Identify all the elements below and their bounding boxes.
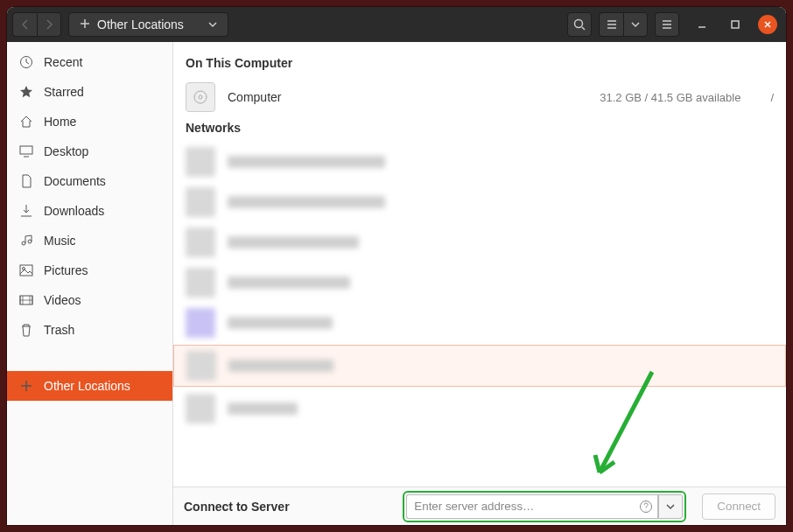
network-row[interactable] xyxy=(173,222,786,262)
sidebar-item-label: Music xyxy=(44,234,76,248)
sidebar-item-desktop[interactable]: Desktop xyxy=(7,136,172,166)
network-row[interactable] xyxy=(173,303,786,343)
network-icon-redacted xyxy=(186,187,215,217)
sidebar-item-pictures[interactable]: Pictures xyxy=(7,256,172,285)
back-button[interactable] xyxy=(12,12,37,37)
network-label-redacted xyxy=(228,236,359,248)
drive-icon xyxy=(186,82,215,112)
network-row[interactable] xyxy=(173,142,786,182)
network-icon-redacted xyxy=(186,394,215,424)
network-icon-redacted xyxy=(186,147,215,177)
view-menu-button[interactable] xyxy=(623,12,648,37)
sidebar-item-videos[interactable]: Videos xyxy=(7,285,172,315)
computer-label: Computer xyxy=(228,90,281,104)
sidebar-item-starred[interactable]: Starred xyxy=(7,77,172,107)
svg-rect-2 xyxy=(732,21,739,28)
connect-label: Connect to Server xyxy=(184,500,290,514)
clock-icon xyxy=(19,55,33,69)
sidebar-item-music[interactable]: Music xyxy=(7,226,172,256)
computer-row[interactable]: Computer 31.2 GB / 41.5 GB available / xyxy=(173,77,786,117)
view-group xyxy=(599,12,648,37)
content: On This Computer Computer 31.2 GB / 41.5… xyxy=(173,42,786,486)
section-networks: Networks xyxy=(173,117,786,142)
search-icon xyxy=(573,18,586,31)
path-label: Other Locations xyxy=(97,18,184,32)
section-on-this-computer: On This Computer xyxy=(173,52,786,77)
chevron-down-icon xyxy=(631,20,640,29)
computer-path: / xyxy=(770,91,774,104)
server-address-highlight xyxy=(403,491,686,522)
connect-button[interactable]: Connect xyxy=(702,494,775,520)
sidebar-item-label: Starred xyxy=(44,85,84,99)
network-row-highlighted[interactable] xyxy=(173,345,786,387)
network-label-redacted xyxy=(228,196,385,208)
forward-button[interactable] xyxy=(37,12,61,37)
list-icon xyxy=(606,18,618,31)
minimize-button[interactable] xyxy=(691,14,712,35)
document-icon xyxy=(19,174,33,188)
close-button[interactable] xyxy=(758,15,777,34)
network-label-redacted xyxy=(228,360,333,372)
maximize-button[interactable] xyxy=(725,14,746,35)
connect-to-server-bar: Connect to Server Connect xyxy=(173,486,786,525)
sidebar-item-recent[interactable]: Recent xyxy=(7,47,172,77)
sidebar-item-label: Documents xyxy=(44,174,106,188)
sidebar-item-other-locations[interactable]: Other Locations xyxy=(7,371,172,401)
hamburger-icon xyxy=(661,18,673,31)
sidebar-item-label: Videos xyxy=(44,293,81,307)
sidebar-item-label: Other Locations xyxy=(44,379,130,393)
network-row[interactable] xyxy=(173,182,786,222)
plus-icon xyxy=(80,18,90,32)
svg-point-0 xyxy=(575,20,583,28)
sidebar: Recent Starred Home Desktop Documents Do… xyxy=(7,42,173,525)
sidebar-item-label: Downloads xyxy=(44,204,104,218)
network-icon-redacted xyxy=(186,228,215,257)
trash-icon xyxy=(19,323,33,337)
sidebar-item-trash[interactable]: Trash xyxy=(7,315,172,345)
network-row[interactable] xyxy=(173,388,786,429)
server-help-button[interactable] xyxy=(634,494,658,519)
sidebar-item-downloads[interactable]: Downloads xyxy=(7,196,172,226)
list-view-button[interactable] xyxy=(599,12,623,37)
sidebar-item-label: Trash xyxy=(44,323,74,337)
search-button[interactable] xyxy=(567,12,592,37)
network-label-redacted xyxy=(228,317,333,329)
download-icon xyxy=(19,204,33,218)
network-row[interactable] xyxy=(173,262,786,303)
svg-rect-4 xyxy=(20,146,32,154)
network-icon-redacted xyxy=(186,308,215,338)
server-address-input[interactable] xyxy=(406,494,634,519)
sidebar-item-label: Recent xyxy=(44,55,82,69)
help-icon xyxy=(639,500,653,514)
network-label-redacted xyxy=(228,402,298,415)
sidebar-item-label: Pictures xyxy=(44,263,88,277)
svg-rect-5 xyxy=(20,265,32,276)
network-icon-redacted xyxy=(186,268,215,298)
music-icon xyxy=(19,234,33,248)
sidebar-item-label: Home xyxy=(44,115,76,129)
star-icon xyxy=(19,85,33,99)
chevron-down-icon xyxy=(208,18,217,32)
network-label-redacted xyxy=(228,276,350,289)
hamburger-menu-button[interactable] xyxy=(655,12,679,37)
desktop-icon xyxy=(19,144,33,158)
server-recent-dropdown[interactable] xyxy=(658,494,683,519)
chevron-down-icon xyxy=(666,502,675,511)
network-label-redacted xyxy=(228,156,385,168)
close-icon xyxy=(763,20,772,29)
main-panel: On This Computer Computer 31.2 GB / 41.5… xyxy=(173,42,786,525)
network-icon-redacted xyxy=(186,351,216,381)
titlebar: Other Locations xyxy=(7,7,786,42)
computer-meta: 31.2 GB / 41.5 GB available xyxy=(600,91,740,104)
sidebar-item-home[interactable]: Home xyxy=(7,107,172,136)
path-button[interactable]: Other Locations xyxy=(68,12,228,37)
video-icon xyxy=(19,293,33,307)
home-icon xyxy=(19,115,33,129)
picture-icon xyxy=(19,263,33,277)
sidebar-item-documents[interactable]: Documents xyxy=(7,166,172,196)
nav-group xyxy=(12,12,61,37)
svg-point-8 xyxy=(194,91,207,103)
svg-point-9 xyxy=(199,95,202,99)
plus-icon xyxy=(19,379,33,393)
sidebar-item-label: Desktop xyxy=(44,144,88,158)
